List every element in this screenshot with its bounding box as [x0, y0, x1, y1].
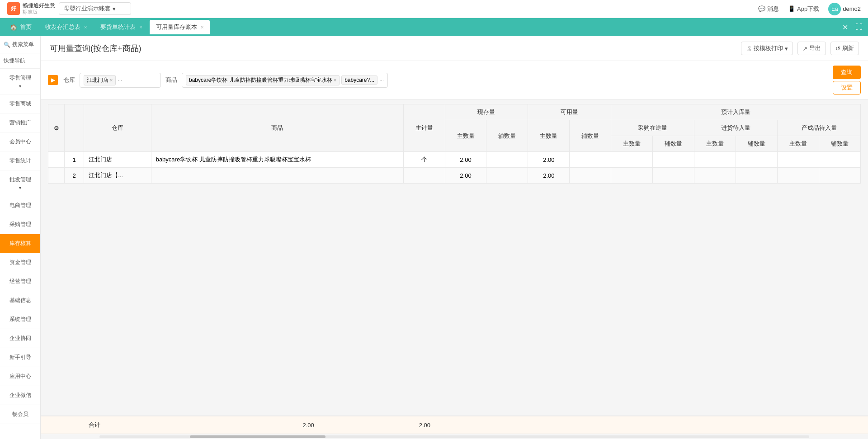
th-purchase-transit: 采购在途量 — [611, 120, 694, 136]
sidebar-item-newbie[interactable]: 新手引导 — [0, 348, 40, 367]
tab-orders[interactable]: 要货单统计表 × — [94, 20, 148, 34]
td-pur-aux-2 — [653, 168, 694, 184]
td-settings-2 — [48, 168, 65, 184]
warehouse-tag-text: 江北门店 — [87, 76, 108, 84]
sidebar-item-basic[interactable]: 基础信息 — [0, 291, 40, 310]
tab-receipts[interactable]: 收发存汇总表 × — [39, 20, 93, 34]
sidebar-enterprise-wechat-label: 企业微信 — [9, 392, 31, 399]
user-name: demo2 — [843, 5, 861, 12]
sidebar-item-retail-mall[interactable]: 零售商城 — [0, 94, 40, 113]
scroll-thumb[interactable] — [190, 435, 326, 438]
refresh-btn[interactable]: ↺ 刷新 — [830, 42, 859, 55]
th-settings: ⚙ — [48, 104, 65, 152]
message-btn[interactable]: 💬 消息 — [758, 5, 779, 13]
footer-goods-main — [628, 422, 686, 429]
nav-tabs: 🏠 首页 收发存汇总表 × 要货单统计表 × 可用量库存账本 × ✕ ⛶ — [0, 18, 868, 36]
tab-inventory[interactable]: 可用量库存账本 × — [150, 20, 210, 34]
sidebar-item-enterprise[interactable]: 企业协同 — [0, 329, 40, 348]
sidebar-finance-label: 资金管理 — [9, 259, 31, 266]
export-btn[interactable]: ↗ 导出 — [797, 42, 826, 55]
footer-row: 合计 2.00 2.00 — [41, 415, 868, 434]
sidebar-retail-mall-label: 零售商城 — [9, 100, 31, 108]
th-purchase-transit-aux: 辅数量 — [653, 136, 694, 152]
product-filter-label: 商品 — [165, 76, 177, 84]
th-production-pending-aux: 辅数量 — [819, 136, 860, 152]
maximize-icon[interactable]: ⛶ — [854, 21, 864, 33]
td-warehouse-2: 江北门店【... — [84, 168, 151, 184]
sidebar-item-wholesale[interactable]: 批发管理 ▾ — [0, 170, 40, 196]
sidebar-marketing-label: 营销推广 — [9, 119, 31, 127]
sidebar-retail-label: 零售管理 — [9, 74, 31, 82]
column-settings-icon[interactable]: ⚙ — [54, 125, 59, 132]
tab-receipts-label: 收发存汇总表 — [45, 23, 80, 31]
sidebar-item-operations[interactable]: 经营管理 — [0, 272, 40, 291]
warehouse-tag-remove[interactable]: × — [110, 77, 113, 83]
footer-pur-aux — [570, 422, 628, 429]
user-profile-btn[interactable]: Ea demo2 — [828, 3, 861, 15]
sidebar-search-btn[interactable]: 🔍 搜索菜单 — [0, 36, 40, 53]
page-actions: 🖨 按模板打印 ▾ ↗ 导出 ↺ 刷新 — [741, 42, 859, 55]
td-unit-1: 个 — [403, 152, 445, 168]
sidebar-item-member-plan[interactable]: 畅会员 — [0, 405, 40, 424]
product-filter-input[interactable]: babycare学饮杯 儿童防摔防撞吸管杯重力球吸嘴杯宝宝水杯 × babyca… — [182, 73, 388, 88]
sidebar-item-app-center[interactable]: 应用中心 — [0, 367, 40, 386]
tab-receipts-close[interactable]: × — [84, 24, 87, 30]
tab-orders-close[interactable]: × — [139, 24, 142, 30]
tab-home-label: 首页 — [20, 23, 32, 31]
sidebar: 🔍 搜索菜单 快捷导航 零售管理 ▾ 零售商城 营销推广 会员中心 零售统计 批… — [0, 36, 41, 439]
warehouse-tag-jiangbei: 江北门店 × — [84, 75, 116, 85]
query-btn[interactable]: 查询 — [833, 66, 861, 79]
horizontal-scrollbar[interactable] — [99, 435, 809, 438]
expand-filter-btn[interactable]: ▶ — [48, 75, 58, 85]
sidebar-item-finance[interactable]: 资金管理 — [0, 253, 40, 272]
product-tag-1-remove[interactable]: × — [334, 77, 336, 83]
filter-buttons: 查询 设置 — [833, 66, 861, 94]
sidebar-item-ecommerce[interactable]: 电商管理 — [0, 196, 40, 215]
td-warehouse-1: 江北门店 — [84, 152, 151, 168]
sidebar-item-purchase[interactable]: 采购管理 — [0, 215, 40, 234]
bottom-scroll — [41, 434, 868, 439]
th-current-stock: 现存量 — [445, 104, 528, 120]
template-print-label: 按模板打印 — [754, 44, 783, 52]
tab-home[interactable]: 🏠 首页 — [4, 20, 38, 34]
sidebar-item-enterprise-wechat[interactable]: 企业微信 — [0, 386, 40, 405]
close-window-icon[interactable]: ✕ — [840, 21, 850, 33]
warehouse-more-btn[interactable]: ··· — [118, 77, 122, 83]
sidebar-item-marketing[interactable]: 营销推广 — [0, 113, 40, 132]
td-product-1: babycare学饮杯 儿童防摔防撞吸管杯重力球吸嘴杯宝宝水杯 — [151, 152, 403, 168]
td-stock-main-1: 2.00 — [445, 152, 486, 168]
app-download-btn[interactable]: 📱 App下载 — [788, 5, 819, 13]
message-label: 消息 — [767, 5, 779, 13]
td-goods-main-2 — [694, 168, 736, 184]
sidebar-retail-stats-label: 零售统计 — [9, 157, 31, 165]
industry-selector[interactable]: 母婴行业演示账套 ▾ — [59, 2, 131, 15]
page-header: 可用量查询(按仓库+商品) 🖨 按模板打印 ▾ ↗ 导出 ↺ 刷新 — [41, 36, 868, 61]
th-available-main: 主数量 — [528, 120, 570, 152]
sidebar-item-system[interactable]: 系统管理 — [0, 310, 40, 329]
app-download-label: App下载 — [797, 5, 819, 13]
sidebar-operations-label: 经营管理 — [9, 278, 31, 285]
sidebar-item-retail-stats[interactable]: 零售统计 — [0, 151, 40, 170]
sidebar-app-center-label: 应用中心 — [9, 373, 31, 380]
logo-text: 畅捷通好生意 — [23, 2, 55, 9]
sidebar-ecommerce-label: 电商管理 — [9, 202, 31, 209]
sidebar-item-inventory[interactable]: 库存核算 — [0, 234, 40, 253]
td-stock-aux-2 — [486, 168, 528, 184]
sidebar-item-member[interactable]: 会员中心 — [0, 132, 40, 151]
table-area: ⚙ 仓库 商品 主计量 现存量 可用量 预计入库量 主数量 辅数量 主数量 — [41, 99, 868, 415]
footer-goods-aux — [686, 422, 745, 429]
td-settings-1 — [48, 152, 65, 168]
template-print-btn[interactable]: 🖨 按模板打印 ▾ — [741, 42, 793, 55]
settings-btn[interactable]: 设置 — [833, 81, 861, 94]
product-more-btn[interactable]: ··· — [379, 77, 384, 83]
top-bar: 好 畅捷通好生意 标准版 母婴行业演示账套 ▾ 💬 消息 📱 App下载 Ea … — [0, 0, 868, 18]
td-avail-main-1: 2.00 — [528, 152, 570, 168]
sidebar-item-retail[interactable]: 零售管理 ▾ — [0, 69, 40, 94]
sidebar-quick-nav[interactable]: 快捷导航 — [0, 53, 40, 69]
th-goods-arriving-aux: 辅数量 — [736, 136, 778, 152]
tab-inventory-close[interactable]: × — [201, 24, 203, 30]
footer-avail-main: 2.00 — [396, 422, 454, 429]
td-avail-aux-1 — [570, 152, 611, 168]
warehouse-filter-input[interactable]: 江北门店 × ··· — [80, 73, 161, 88]
footer-avail-aux — [454, 422, 512, 429]
